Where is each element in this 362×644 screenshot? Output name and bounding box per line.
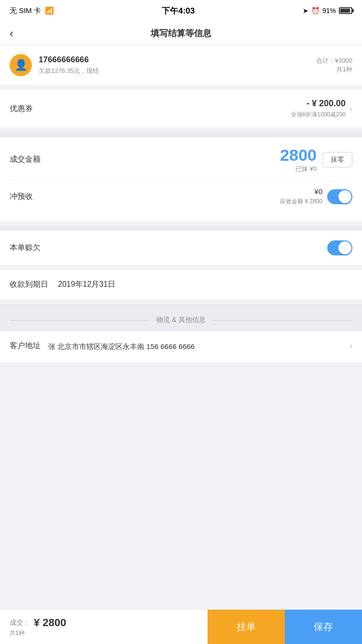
- amount-sub: 已抹 ¥0: [280, 165, 317, 173]
- prepaid-right: ¥0 应收金额 ¥ 2800: [280, 187, 352, 206]
- coupon-label: 优惠券: [10, 104, 33, 114]
- amount-right: 2800 已抹 ¥0 抹零: [280, 146, 352, 173]
- battery-percentage: 91%: [322, 7, 336, 14]
- customer-info: 17666666666 欠款1276.35元，现结: [39, 55, 99, 75]
- address-label: 客户地址: [10, 341, 43, 351]
- coupon-discount: - ¥ 200.00: [306, 98, 346, 109]
- section-divider-3: [0, 304, 362, 309]
- status-bar: 无 SIM 卡 📶 下午4:03 ➤ ⏰ 91%: [0, 0, 362, 21]
- amount-section: 成交金额 2800 已抹 ¥0 抹零 冲预收 ¥0 应收金额 ¥ 2800: [0, 137, 362, 221]
- alarm-icon: ⏰: [311, 7, 320, 14]
- chevron-right-icon: ›: [349, 104, 352, 114]
- prepaid-label: 冲预收: [10, 192, 33, 202]
- coupon-desc: 全场6折满1000减200: [291, 111, 346, 119]
- due-date-label: 收款到期日: [10, 280, 48, 290]
- bottom-summary-label: 成交：: [10, 618, 30, 627]
- prepaid-row: 冲预收 ¥0 应收金额 ¥ 2800: [10, 180, 352, 212]
- location-icon: ➤: [303, 7, 308, 14]
- coupon-right: - ¥ 200.00 全场6折满1000减200 ›: [291, 98, 352, 119]
- status-right: ➤ ⏰ 91%: [303, 7, 352, 14]
- prepaid-sub: 应收金额 ¥ 2800: [280, 197, 322, 206]
- customer-left: 👤 17666666666 欠款1276.35元，现结: [10, 54, 99, 76]
- logistics-line-right: [213, 320, 352, 321]
- coupon-info: - ¥ 200.00 全场6折满1000减200: [291, 98, 346, 119]
- debt-label: 本单赊欠: [10, 243, 41, 253]
- total-label: 合计：¥3000: [316, 56, 352, 65]
- customer-right: 合计：¥3000 共1种: [316, 56, 352, 74]
- bottom-spacer: [0, 459, 362, 493]
- amount-label: 成交金额: [10, 154, 41, 165]
- due-date-section: 收款到期日 2019年12月31日: [0, 270, 362, 299]
- amount-row: 成交金额 2800 已抹 ¥0 抹零: [10, 146, 352, 173]
- save-label: 保存: [314, 620, 333, 633]
- prepaid-info: ¥0 应收金额 ¥ 2800: [280, 187, 322, 206]
- wifi-icon: 📶: [45, 6, 54, 15]
- logistics-line-left: [10, 320, 149, 321]
- amount-value: 2800: [280, 146, 317, 164]
- gray-area: [0, 362, 362, 459]
- coupon-row[interactable]: 优惠券 - ¥ 200.00 全场6折满1000减200 ›: [0, 90, 362, 127]
- back-button[interactable]: ‹: [10, 23, 17, 44]
- total-amount: ¥3000: [335, 57, 352, 64]
- debt-section: 本单赊欠: [0, 231, 362, 265]
- due-date-value: 2019年12月31日: [58, 280, 115, 290]
- battery-icon: [339, 7, 352, 14]
- status-time: 下午4:03: [162, 5, 195, 16]
- nav-bar: ‹ 填写结算等信息: [0, 21, 362, 45]
- section-divider-2: [0, 226, 362, 231]
- prepaid-amount: ¥0: [314, 187, 322, 196]
- bottom-summary-amount: ¥ 2800: [34, 616, 66, 629]
- page-title: 填写结算等信息: [151, 28, 211, 39]
- logistics-header: 物流 & 其他信息: [0, 309, 362, 331]
- address-value: 张 北京市市辖区海淀区永丰南 156 6666 6666: [48, 341, 345, 352]
- customer-card: 👤 17666666666 欠款1276.35元，现结 合计：¥3000 共1种: [0, 45, 362, 85]
- status-left: 无 SIM 卡 📶: [10, 6, 54, 15]
- address-section[interactable]: 客户地址 张 北京市市辖区海淀区永丰南 156 6666 6666 ›: [0, 331, 362, 362]
- avatar-icon: 👤: [14, 59, 28, 71]
- carrier-text: 无 SIM 卡: [10, 6, 41, 15]
- save-button[interactable]: 保存: [285, 610, 362, 644]
- customer-debt: 欠款1276.35元，现结: [39, 67, 99, 75]
- customer-phone: 17666666666: [39, 55, 99, 65]
- bottom-total-row: 成交： ¥ 2800: [10, 616, 198, 629]
- pending-label: 挂单: [237, 620, 256, 633]
- debt-toggle[interactable]: [327, 240, 352, 255]
- prepaid-toggle[interactable]: [327, 189, 352, 204]
- bottom-bar: 成交： ¥ 2800 共1种 挂单 保存: [0, 609, 362, 644]
- logistics-text: 物流 & 其他信息: [156, 316, 205, 324]
- pending-button[interactable]: 挂单: [208, 610, 285, 644]
- avatar: 👤: [10, 54, 32, 76]
- bottom-summary-count: 共1种: [10, 629, 198, 637]
- total-count: 共1种: [316, 65, 352, 74]
- bottom-summary: 成交： ¥ 2800 共1种: [0, 616, 208, 637]
- content-area: 👤 17666666666 欠款1276.35元，现结 合计：¥3000 共1种…: [0, 45, 362, 493]
- address-chevron-icon: ›: [349, 341, 352, 351]
- amount-value-group: 2800 已抹 ¥0: [280, 146, 317, 173]
- round-button[interactable]: 抹零: [322, 152, 352, 168]
- section-divider-1: [0, 132, 362, 137]
